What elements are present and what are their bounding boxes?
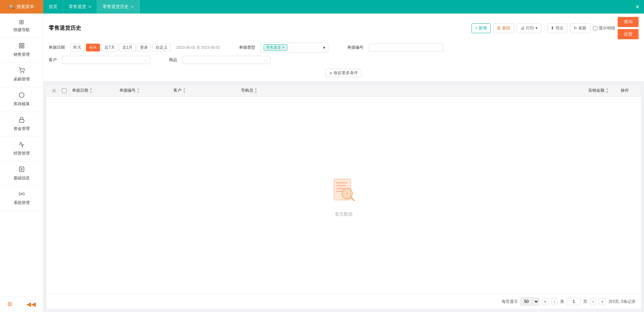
th-guide[interactable]: 导购员 ▲ ▼	[238, 87, 299, 94]
date-1month[interactable]: 近1月	[119, 44, 136, 51]
tab-bar: 首页 零售退货 ✕ 零售退货历史 ✕	[43, 0, 630, 14]
delete-button[interactable]: 🗑 删除	[493, 23, 514, 33]
sidebar-item-sales[interactable]: 销售管理	[0, 38, 43, 63]
date-yesterday[interactable]: 昨天	[70, 44, 85, 51]
sort-customer[interactable]: ▲ ▼	[183, 87, 186, 94]
table-container: 单据日期 ▲ ▼ 单据编号 ▲ ▼ 客户 ▲	[46, 84, 641, 309]
basic-info-icon	[19, 166, 25, 174]
show-detail-checkbox[interactable]	[593, 26, 597, 30]
sidebar-item-finance-label: 资金管理	[14, 126, 30, 132]
print-button[interactable]: 🖨 打印 ▾	[517, 23, 541, 33]
sidebar-item-purchase-label: 采购管理	[14, 76, 30, 82]
close-window-button[interactable]: ✕	[630, 0, 644, 14]
sidebar-item-basic-info[interactable]: 基础信息	[0, 161, 43, 186]
customer-select[interactable]: ...	[62, 56, 150, 64]
system-icon	[19, 191, 25, 199]
svg-point-11	[21, 193, 22, 195]
print-icon: 🖨	[521, 26, 525, 30]
sidebar-item-system-label: 系统管理	[14, 200, 30, 206]
svg-rect-16	[336, 188, 344, 189]
settings-button[interactable]: 设置	[618, 29, 639, 39]
export-button[interactable]: ⬆ 导出	[547, 23, 567, 33]
type-tag-close[interactable]: ✕	[282, 45, 285, 50]
th-action: 操作	[611, 88, 638, 93]
num-input[interactable]	[369, 44, 443, 52]
select-all-checkbox[interactable]	[59, 88, 69, 93]
delete-icon: 🗑	[497, 26, 501, 30]
search-icon: 🔍	[9, 4, 15, 9]
filter-row-2: 客户 ... 商品 ...	[49, 56, 639, 64]
type-tag: 零售退货 ✕	[264, 44, 287, 51]
empty-state: 暂无数据	[46, 97, 641, 294]
tab-retail-return-history[interactable]: 零售退货历史 ✕	[97, 0, 140, 14]
page-size-select[interactable]: 50 20 100 200	[521, 297, 539, 306]
search-label: 搜索菜单	[17, 4, 34, 10]
type-select[interactable]: 零售退货 ✕ ▾	[261, 43, 328, 52]
show-detail-checkbox-group: 显示明细	[593, 25, 615, 31]
toolbar: + 新增 🗑 删除 🖨 打印 ▾ ⬆ 导出	[472, 17, 639, 39]
next-page-button[interactable]: ›	[590, 298, 596, 305]
sidebar-item-quick-nav[interactable]: ⊞ 快捷导航	[0, 14, 43, 38]
date-7days[interactable]: 近7天	[101, 44, 118, 51]
th-amount[interactable]: 实销金额 ▲ ▼	[299, 87, 611, 94]
th-date-label: 单据日期	[72, 88, 88, 93]
type-label: 单据类型	[239, 45, 255, 50]
refresh-button[interactable]: ↻ 刷新	[570, 23, 590, 33]
svg-point-4	[21, 72, 21, 73]
date-more[interactable]: 更多	[137, 44, 151, 51]
tab-retail-return-close[interactable]: ✕	[88, 5, 91, 9]
table-header: 单据日期 ▲ ▼ 单据编号 ▲ ▼ 客户 ▲	[46, 85, 641, 97]
filter-row-1: 单据日期 昨天 今天 近7天 近1月 更多 自定义 2023-06-02 至 2…	[49, 43, 639, 52]
svg-rect-3	[22, 46, 24, 48]
operations-icon	[19, 141, 25, 149]
th-num[interactable]: 单据编号 ▲ ▼	[117, 87, 171, 94]
sidebar-item-inventory-label: 库存核算	[14, 101, 30, 107]
page-title: 零售退货历史	[49, 25, 81, 32]
sidebar-item-purchase[interactable]: 采购管理	[0, 63, 43, 87]
toolbar-divider	[544, 25, 544, 31]
goods-label: 商品	[169, 57, 177, 63]
th-customer-label: 客户	[173, 88, 182, 93]
tab-retail-return-history-close[interactable]: ✕	[131, 5, 134, 9]
page-input[interactable]	[567, 298, 580, 305]
audio-icon[interactable]: ◀◀	[26, 300, 36, 308]
collapse-button[interactable]: ∧ 收起更多条件	[326, 69, 362, 77]
prev-page-button[interactable]: ‹	[551, 298, 557, 305]
query-button[interactable]: 查询	[618, 17, 639, 27]
type-select-arrow: ▾	[323, 45, 325, 50]
sort-amount[interactable]: ▲ ▼	[606, 87, 609, 94]
sort-num[interactable]: ▲ ▼	[137, 87, 140, 94]
last-page-button[interactable]: »	[599, 298, 606, 305]
new-button[interactable]: + 新增	[472, 23, 491, 33]
svg-rect-14	[336, 182, 347, 183]
sidebar-item-operations-label: 经营管理	[14, 151, 30, 156]
settings-bottom-icon[interactable]: ⚙	[7, 300, 13, 308]
sidebar-item-inventory[interactable]: 库存核算	[0, 87, 43, 112]
collapse-row: ∧ 收起更多条件	[49, 67, 639, 79]
th-customer[interactable]: 客户 ▲ ▼	[171, 87, 238, 94]
sidebar-item-finance[interactable]: 资金管理	[0, 112, 43, 137]
sidebar-item-basic-info-label: 基础信息	[14, 175, 30, 181]
column-settings-icon[interactable]	[49, 88, 59, 93]
collapse-label: 收起更多条件	[334, 70, 358, 76]
finance-icon	[19, 117, 25, 125]
page-header: 零售退货历史 + 新增 🗑 删除 🖨 打印 ▾ ⬆ 导出	[43, 14, 644, 82]
first-page-button[interactable]: «	[542, 298, 549, 305]
sort-guide[interactable]: ▲ ▼	[255, 87, 257, 94]
date-today[interactable]: 今天	[86, 44, 100, 51]
page-size-label: 每页显示	[502, 299, 518, 305]
pagination: 每页显示 50 20 100 200 « ‹ 第 页 › » 共0页, 0条记录	[46, 294, 641, 309]
customer-label: 客户	[49, 57, 57, 63]
date-custom[interactable]: 自定义	[152, 44, 171, 51]
sidebar-item-operations[interactable]: 经营管理	[0, 137, 43, 161]
inventory-icon	[19, 92, 25, 100]
tab-retail-return[interactable]: 零售退货 ✕	[63, 0, 97, 14]
th-date[interactable]: 单据日期 ▲ ▼	[69, 87, 117, 94]
search-area[interactable]: 🔍 搜索菜单	[0, 0, 43, 14]
purchase-icon	[19, 67, 25, 75]
sidebar-item-system[interactable]: 系统管理	[0, 186, 43, 211]
tab-home[interactable]: 首页	[43, 0, 63, 14]
goods-select[interactable]: ...	[183, 56, 270, 64]
sort-date[interactable]: ▲ ▼	[90, 87, 92, 94]
customer-dots: ...	[144, 58, 147, 62]
